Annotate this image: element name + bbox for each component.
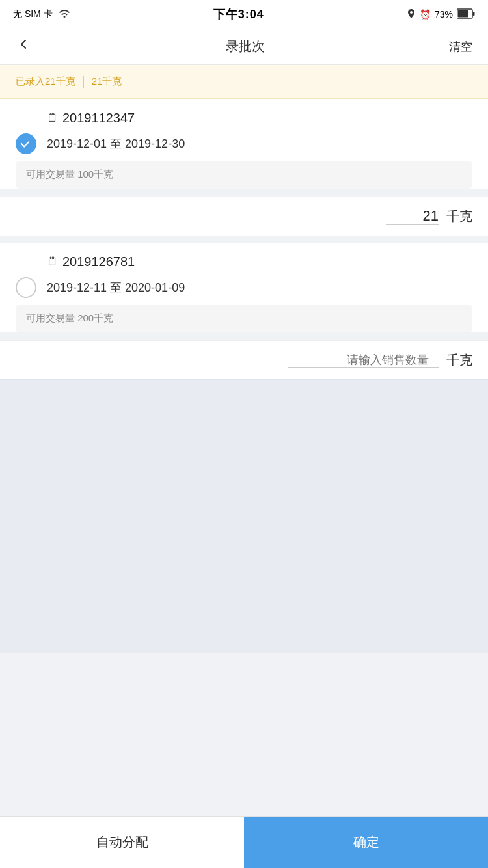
battery-icon	[457, 8, 475, 21]
quantity-display-1: 21	[386, 208, 439, 225]
batch-availability-1: 可用交易量 100千克	[16, 161, 472, 189]
svg-rect-1	[472, 12, 474, 16]
batch-radio-2[interactable]	[16, 277, 36, 298]
confirm-button[interactable]: 确定	[244, 817, 488, 868]
wifi-icon	[58, 8, 71, 21]
input-unit-2: 千克	[446, 351, 472, 369]
status-left: 无 SIM 卡	[13, 8, 71, 21]
quantity-row-1: 21 千克	[0, 197, 488, 236]
bottom-bar: 自动分配 确定	[0, 816, 488, 868]
info-label: 已录入21千克	[16, 75, 75, 88]
status-right: ⏰ 73%	[407, 8, 475, 21]
info-banner: 已录入21千克 21千克	[0, 65, 488, 99]
section-divider	[0, 236, 488, 243]
input-underline-2	[288, 353, 439, 368]
batch-doc-icon-1: 🗒	[47, 111, 59, 125]
batch-date-1: 2019-12-01 至 2019-12-30	[47, 136, 185, 152]
svg-rect-2	[457, 10, 468, 17]
auto-distribute-button[interactable]: 自动分配	[0, 817, 244, 868]
batch-header-2: 🗒 2019126781	[0, 243, 488, 275]
batch-header-1: 🗒 2019112347	[0, 99, 488, 131]
info-value: 21千克	[92, 75, 122, 88]
gray-area	[0, 380, 488, 653]
page-title: 录批次	[226, 38, 265, 55]
batch-number-2: 2019126781	[62, 254, 135, 269]
info-divider	[83, 76, 84, 88]
status-time: 下午3:04	[213, 7, 264, 22]
batch-item-1: 🗒 2019112347 2019-12-01 至 2019-12-30 可用交…	[0, 99, 488, 189]
alarm-icon: ⏰	[420, 9, 431, 20]
location-icon	[407, 8, 416, 21]
battery-text: 73%	[435, 9, 453, 20]
status-bar: 无 SIM 卡 下午3:04 ⏰ 73%	[0, 0, 488, 29]
bottom-spacer	[0, 653, 488, 705]
carrier-text: 无 SIM 卡	[13, 8, 53, 20]
quantity-value-1: 21	[423, 208, 439, 224]
batch-radio-1[interactable]	[16, 133, 36, 154]
batch-item-2: 🗒 2019126781 2019-12-11 至 2020-01-09 可用交…	[0, 243, 488, 332]
batch-date-row-2: 2019-12-11 至 2020-01-09	[0, 275, 488, 305]
batch-availability-2: 可用交易量 200千克	[16, 305, 472, 332]
batch-date-2: 2019-12-11 至 2020-01-09	[47, 280, 185, 295]
quantity-input-2[interactable]	[288, 353, 439, 367]
back-button[interactable]	[16, 36, 42, 57]
batch-date-row-1: 2019-12-01 至 2019-12-30	[0, 131, 488, 161]
input-row-2: 千克	[0, 340, 488, 380]
batch-doc-icon-2: 🗒	[47, 255, 59, 269]
nav-bar: 录批次 清空	[0, 29, 488, 65]
clear-button[interactable]: 清空	[449, 39, 472, 55]
quantity-unit-1: 千克	[446, 208, 472, 225]
batch-number-1: 2019112347	[62, 111, 135, 126]
